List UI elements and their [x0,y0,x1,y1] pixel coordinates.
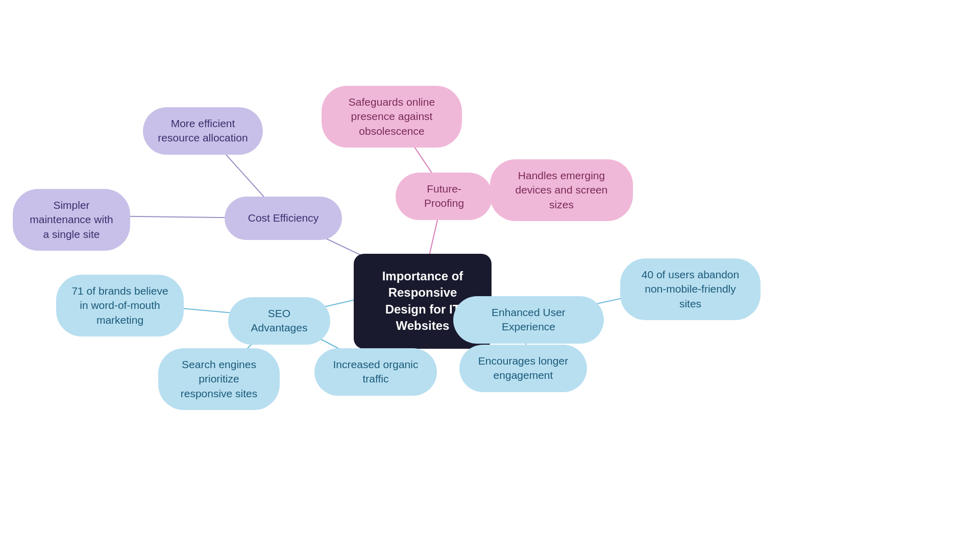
node-abandon_sites: 40 of users abandon non-mobile-friendly … [620,258,761,320]
node-future_proofing: Future-Proofing [396,173,493,220]
node-more_efficient: More efficient resource allocation [143,107,263,155]
node-handles_emerging: Handles emerging devices and screen size… [490,159,633,221]
node-safeguards: Safeguards online presence against obsol… [322,86,462,148]
node-brands_believe: 71 of brands believe in word-of-mouth ma… [56,275,184,336]
node-simpler_maintenance: Simpler maintenance with a single site [13,189,130,251]
node-seo_advantages: SEO Advantages [228,297,330,345]
node-increased_traffic: Increased organic traffic [314,348,437,396]
node-cost_efficiency: Cost Efficiency [225,197,342,240]
node-enhanced_ux: Enhanced User Experience [453,296,604,344]
mind-map: Importance of Responsive Design for IT W… [0,0,980,553]
node-longer_engagement: Encourages longer engagement [459,345,587,392]
node-search_engines: Search engines prioritize responsive sit… [158,348,280,410]
